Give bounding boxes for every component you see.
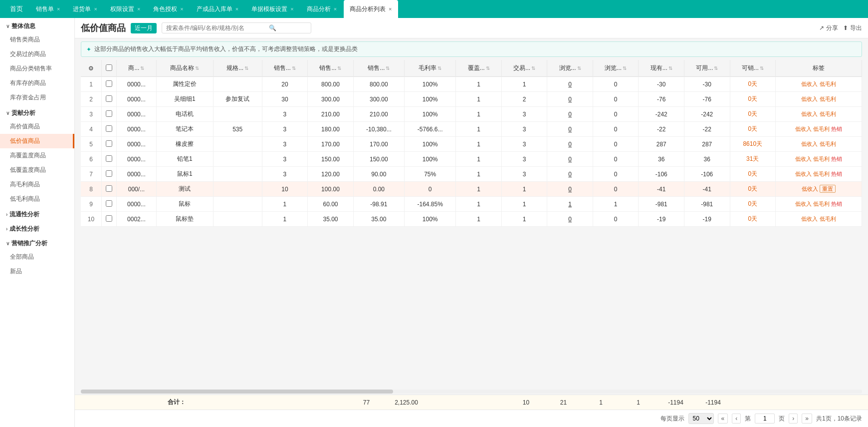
cell-browse1[interactable]: 0 [547, 92, 593, 107]
col-settings[interactable]: ⚙ [81, 60, 102, 77]
col-sale2[interactable]: 销售...⇅ [308, 60, 354, 77]
cell-checkbox[interactable] [102, 137, 117, 152]
tag-低毛利: 低毛利 [820, 96, 836, 102]
col-spec[interactable]: 规格...⇅ [213, 60, 262, 77]
sidebar-item-stock-products[interactable]: 有库存的商品 [0, 76, 74, 90]
sidebar-item-low-value[interactable]: 低价值商品 [0, 134, 74, 148]
sidebar-item-all-products[interactable]: 全部商品 [0, 250, 74, 264]
row-checkbox-0[interactable] [106, 80, 112, 87]
col-browse2[interactable]: 浏览...⇅ [593, 60, 639, 77]
next-page-button[interactable]: › [789, 414, 798, 424]
export-button[interactable]: ⬆ 导出 [843, 24, 862, 32]
sidebar-group-overview[interactable]: ∨ 整体信息 [0, 18, 74, 32]
search-input[interactable] [166, 24, 266, 31]
col-name[interactable]: 商品名称⇅ [156, 60, 213, 77]
sidebar-group-contribution[interactable]: ∨ 贡献分析 [0, 105, 74, 119]
sidebar-item-high-coverage[interactable]: 高覆盖度商品 [0, 148, 74, 163]
search-box: 🔍 [162, 22, 311, 33]
cell-checkbox[interactable] [102, 152, 117, 167]
sidebar-item-category-rate[interactable]: 商品分类销售率 [0, 61, 74, 76]
row-checkbox-4[interactable] [106, 140, 112, 147]
cell-browse1[interactable]: 0 [547, 107, 593, 122]
row-checkbox-2[interactable] [106, 110, 112, 117]
nav-purchase[interactable]: 进货单 × [67, 0, 103, 18]
col-sale3[interactable]: 销售...⇅ [353, 60, 404, 77]
prev-page-button[interactable]: ‹ [732, 414, 741, 424]
last-page-button[interactable]: » [802, 414, 812, 424]
cell-checkbox[interactable] [102, 107, 117, 122]
sidebar-item-traded-products[interactable]: 交易过的商品 [0, 47, 74, 61]
page-input[interactable] [755, 414, 775, 424]
search-icon[interactable]: 🔍 [269, 24, 276, 31]
first-page-button[interactable]: « [718, 414, 728, 424]
nav-roles[interactable]: 角色授权 × [147, 0, 189, 18]
row-checkbox-7[interactable] [106, 185, 112, 192]
cell-browse1[interactable]: 0 [547, 137, 593, 152]
nav-analysis-close[interactable]: × [334, 6, 337, 12]
col-code[interactable]: 商...⇅ [117, 60, 157, 77]
sidebar-item-high-margin[interactable]: 高毛利商品 [0, 177, 74, 192]
col-browse1[interactable]: 浏览...⇅ [547, 60, 593, 77]
cell-checkbox[interactable] [102, 92, 117, 107]
cell-sale3: 210.00 [353, 107, 404, 122]
horizontal-scrollbar[interactable] [81, 390, 862, 394]
cell-browse1[interactable]: 0 [547, 77, 593, 92]
cell-checkbox[interactable] [102, 197, 117, 212]
cell-checkbox[interactable] [102, 212, 117, 227]
nav-sales[interactable]: 销售单 × [30, 0, 66, 18]
cell-browse1[interactable]: 0 [547, 167, 593, 182]
cell-checkbox[interactable] [102, 77, 117, 92]
nav-home[interactable]: 首页 [4, 0, 29, 18]
col-available[interactable]: 可用...⇅ [684, 60, 730, 77]
sidebar-group-growth[interactable]: › 成长性分析 [0, 221, 74, 235]
sidebar-item-new-products[interactable]: 新品 [0, 264, 74, 279]
sidebar-item-stock-capital[interactable]: 库存资金占用 [0, 90, 74, 105]
col-margin[interactable]: 毛利率⇅ [405, 60, 456, 77]
nav-template-close[interactable]: × [290, 6, 293, 12]
time-badge[interactable]: 近一月 [131, 23, 157, 33]
sidebar-item-high-value[interactable]: 高价值商品 [0, 119, 74, 134]
cell-no: 10 [81, 212, 102, 227]
col-current[interactable]: 现有...⇅ [639, 60, 684, 77]
col-cover[interactable]: 覆盖...⇅ [456, 60, 502, 77]
nav-roles-close[interactable]: × [180, 6, 183, 12]
sidebar-item-low-margin[interactable]: 低毛利商品 [0, 192, 74, 206]
nav-permissions[interactable]: 权限设置 × [104, 0, 146, 18]
row-checkbox-5[interactable] [106, 155, 112, 162]
row-checkbox-9[interactable] [106, 215, 112, 222]
nav-inventory-close[interactable]: × [235, 6, 238, 12]
row-checkbox-3[interactable] [106, 125, 112, 132]
nav-permissions-close[interactable]: × [137, 6, 140, 12]
nav-analysis-list[interactable]: 商品分析列表 × [344, 0, 398, 18]
nav-purchase-close[interactable]: × [94, 6, 97, 12]
table-container[interactable]: ⚙ 商...⇅ 商品名称⇅ 规格...⇅ 销售...⇅ 销售...⇅ 销售...… [81, 60, 862, 390]
cell-browse1[interactable]: 0 [547, 212, 593, 227]
row-checkbox-8[interactable] [106, 200, 112, 207]
cell-checkbox[interactable] [102, 167, 117, 182]
col-trade[interactable]: 交易...⇅ [501, 60, 547, 77]
cell-browse1[interactable]: 0 [547, 122, 593, 137]
page-size-select[interactable]: 50 100 200 [688, 413, 714, 424]
nav-sales-close[interactable]: × [57, 6, 60, 12]
sidebar-item-low-coverage[interactable]: 低覆盖度商品 [0, 163, 74, 177]
share-button[interactable]: ↗ 分享 [819, 24, 838, 32]
nav-template[interactable]: 单据模板设置 × [245, 0, 299, 18]
cell-browse1[interactable]: 1 [547, 197, 593, 212]
nav-inventory[interactable]: 产成品入库单 × [191, 0, 244, 18]
row-checkbox-1[interactable] [106, 95, 112, 102]
cell-checkbox[interactable] [102, 122, 117, 137]
col-checkbox[interactable] [102, 60, 117, 77]
cell-browse1[interactable]: 0 [547, 152, 593, 167]
select-all-checkbox[interactable] [106, 64, 112, 71]
sidebar-group-marketing[interactable]: ∨ 营销推广分析 [0, 235, 74, 250]
nav-analysis-list-close[interactable]: × [389, 6, 392, 12]
nav-analysis[interactable]: 商品分析 × [301, 0, 343, 18]
sidebar-group-flow[interactable]: › 流通性分析 [0, 206, 74, 221]
sidebar-item-sales-products[interactable]: 销售类商品 [0, 32, 74, 47]
scrollbar-thumb[interactable] [81, 390, 393, 394]
cell-checkbox[interactable] [102, 182, 117, 197]
cell-browse1[interactable]: 0 [547, 182, 593, 197]
col-saleable[interactable]: 可销...⇅ [730, 60, 776, 77]
col-sale1[interactable]: 销售...⇅ [262, 60, 308, 77]
row-checkbox-6[interactable] [106, 170, 112, 177]
